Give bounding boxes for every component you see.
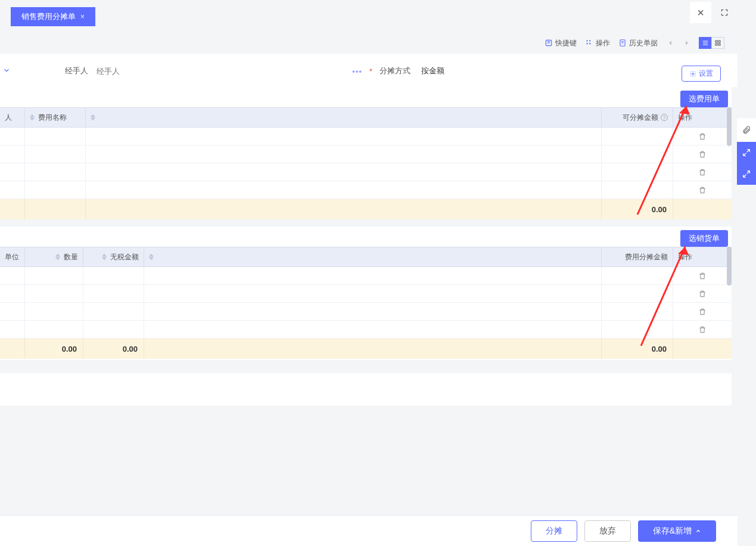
table-row[interactable] <box>0 145 732 163</box>
table-row[interactable] <box>0 128 732 145</box>
sort-icon[interactable] <box>149 253 155 260</box>
table-row[interactable] <box>0 163 732 181</box>
history-label: 历史单据 <box>629 38 658 48</box>
trash-icon[interactable] <box>698 150 707 159</box>
table-row[interactable] <box>0 267 732 285</box>
hotkey-label: 快捷键 <box>555 38 577 48</box>
save-and-new-button[interactable]: 保存&新增 <box>638 520 716 542</box>
sales-sum-row: 0.00 0.00 0.00 <box>0 339 732 359</box>
svg-rect-6 <box>715 41 717 42</box>
alloc-method-input[interactable] <box>421 67 678 76</box>
col-fee-name[interactable]: 费用名称 <box>25 108 86 127</box>
trash-icon[interactable] <box>698 186 707 194</box>
trash-icon[interactable] <box>698 308 707 316</box>
attachment-button[interactable] <box>737 118 756 142</box>
help-icon[interactable]: ? <box>661 114 668 121</box>
table-row[interactable] <box>0 181 732 199</box>
remarks-area <box>0 373 732 407</box>
prev-field-dropdown[interactable]: 经手人 ••• <box>0 66 369 76</box>
tab-title: 销售费用分摊单 <box>21 11 76 22</box>
alloc-method-field[interactable]: * 分摊方式 <box>369 66 691 76</box>
sales-table-header: 单位 数量 无税金额 费用分摊金额 操作 <box>0 247 732 267</box>
svg-rect-8 <box>715 44 717 45</box>
alloc-method-label: 分摊方式 <box>379 66 410 76</box>
prev-doc-button[interactable] <box>666 39 674 47</box>
sum-alloc: 0.00 <box>602 339 673 359</box>
col-ops: 操作 <box>673 247 732 266</box>
svg-point-4 <box>589 43 590 44</box>
scrollbar[interactable] <box>727 107 732 146</box>
expense-sum-row: 0.00 <box>0 199 732 219</box>
trash-icon[interactable] <box>698 168 707 176</box>
tab-active[interactable]: 销售费用分摊单 × <box>11 7 95 26</box>
expand-button-1[interactable] <box>737 142 756 163</box>
chevron-up-icon <box>695 528 701 534</box>
trash-icon[interactable] <box>698 290 707 298</box>
svg-rect-7 <box>718 41 720 42</box>
sum-qty: 0.00 <box>25 339 83 359</box>
svg-point-2 <box>589 40 590 41</box>
tab-close-icon[interactable]: × <box>80 13 85 21</box>
select-expense-button[interactable]: 选费用单 <box>680 91 728 107</box>
sort-icon[interactable] <box>91 114 97 121</box>
footer-bar: 分摊 放弃 保存&新增 <box>0 515 738 546</box>
select-sales-button[interactable]: 选销货单 <box>680 230 728 247</box>
allocate-button[interactable]: 分摊 <box>531 520 577 542</box>
settings-button[interactable]: 设置 <box>682 66 721 82</box>
col-unknown-trunc[interactable]: 人 <box>0 108 25 127</box>
view-toggle <box>699 37 724 49</box>
col-ops: 操作 <box>673 108 732 127</box>
col-empty-flex[interactable] <box>86 108 602 127</box>
save-and-new-label: 保存&新增 <box>653 526 692 536</box>
expense-table-header: 人 费用名称 可分摊金额 ? 操作 <box>0 107 732 128</box>
svg-point-1 <box>586 40 587 41</box>
sort-icon[interactable] <box>55 253 61 260</box>
top-toolbar: 快捷键 操作 历史单据 <box>0 32 738 54</box>
next-doc-button[interactable] <box>683 39 691 47</box>
spacer <box>0 364 732 373</box>
handler-label: 经手人 <box>15 66 92 76</box>
expand-button-2[interactable] <box>737 163 756 185</box>
hotkey-button[interactable]: 快捷键 <box>545 38 577 48</box>
view-list-button[interactable] <box>699 37 712 49</box>
trash-icon[interactable] <box>698 325 707 334</box>
col-alloc-amount[interactable]: 费用分摊金额 <box>602 247 673 266</box>
fullscreen-button[interactable] <box>716 2 733 23</box>
operations-button[interactable]: 操作 <box>585 38 610 48</box>
trash-icon[interactable] <box>698 272 707 280</box>
sort-icon[interactable] <box>102 253 108 260</box>
svg-point-10 <box>692 73 694 75</box>
scrollbar[interactable] <box>727 247 732 286</box>
table-row[interactable] <box>0 321 732 339</box>
col-allocatable-amount[interactable]: 可分摊金额 ? <box>602 108 673 127</box>
handler-input[interactable] <box>97 67 347 76</box>
sort-icon[interactable] <box>30 114 36 121</box>
settings-label: 设置 <box>699 69 713 79</box>
svg-rect-9 <box>718 44 720 45</box>
sum-notax: 0.00 <box>83 339 144 359</box>
trash-icon[interactable] <box>698 132 707 141</box>
svg-point-3 <box>586 43 587 44</box>
view-card-button[interactable] <box>711 37 724 49</box>
history-button[interactable]: 历史单据 <box>618 38 658 48</box>
table-row[interactable] <box>0 285 732 303</box>
required-marker: * <box>369 67 372 76</box>
col-notax-amount[interactable]: 无税金额 <box>83 247 144 266</box>
sum-allocatable: 0.00 <box>602 199 673 219</box>
table-row[interactable] <box>0 303 732 321</box>
col-quantity[interactable]: 数量 <box>25 247 83 266</box>
panel-close-button[interactable]: × <box>690 2 711 23</box>
col-unit[interactable]: 单位 <box>0 247 25 266</box>
operations-label: 操作 <box>596 38 610 48</box>
handler-lookup-icon[interactable]: ••• <box>352 67 362 76</box>
col-empty-flex[interactable] <box>144 247 602 266</box>
discard-button[interactable]: 放弃 <box>584 520 631 542</box>
chevron-down-icon <box>2 66 11 76</box>
